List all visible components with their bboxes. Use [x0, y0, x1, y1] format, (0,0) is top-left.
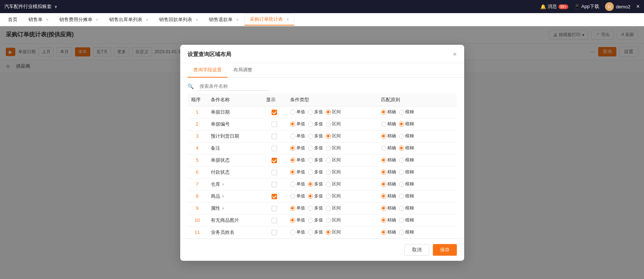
type-radio-item[interactable]: 区间	[326, 205, 341, 211]
show-checkbox[interactable]	[272, 134, 277, 139]
type-radio-item[interactable]: 区间	[326, 169, 341, 175]
match-radio-item[interactable]: 精确	[381, 205, 396, 211]
type-radio-item[interactable]: 单值	[290, 157, 305, 163]
name-with-dropdown[interactable]: 商品∨	[211, 193, 259, 200]
type-radio-item[interactable]: 多值	[308, 181, 323, 187]
tab-purchase-stats[interactable]: 采购订单统计表 ×	[244, 13, 294, 25]
match-radio-item[interactable]: 模糊	[399, 145, 414, 151]
show-checkbox[interactable]	[272, 122, 277, 127]
match-radio-item[interactable]: 模糊	[399, 181, 414, 187]
cancel-button[interactable]: 取消	[404, 244, 429, 256]
type-radio-item[interactable]: 区间	[326, 145, 341, 151]
type-radio-item[interactable]: 区间	[326, 109, 341, 115]
tab-sales-receipt-close[interactable]: ×	[196, 17, 198, 22]
match-radio-item[interactable]: 模糊	[399, 157, 414, 163]
match-radio-item[interactable]: 精确	[381, 169, 396, 175]
match-radio-item[interactable]: 精确	[381, 217, 396, 223]
match-radio-item[interactable]: 模糊	[399, 169, 414, 175]
type-radio-item[interactable]: 区间	[326, 121, 341, 127]
tab-purchase-stats-close[interactable]: ×	[287, 17, 289, 21]
type-radio-item[interactable]: 单值	[290, 121, 305, 127]
match-radio-item[interactable]: 精确	[381, 181, 396, 187]
cell-order: 6	[187, 166, 207, 178]
type-radio-item[interactable]: 区间	[326, 157, 341, 163]
show-checkbox[interactable]	[272, 158, 277, 163]
type-radio-item[interactable]: 单值	[290, 229, 305, 235]
radio-circle-icon	[308, 230, 313, 235]
type-radio-item[interactable]: 多值	[308, 109, 323, 115]
type-radio-item[interactable]: 多值	[308, 169, 323, 175]
match-radio-item[interactable]: 模糊	[399, 133, 414, 139]
type-radio-item[interactable]: 多值	[308, 133, 323, 139]
cell-show	[262, 226, 286, 238]
type-radio-item[interactable]: 区间	[326, 193, 341, 199]
match-radio-item[interactable]: 模糊	[399, 205, 414, 211]
name-with-dropdown[interactable]: 属性∨	[211, 205, 259, 212]
show-checkbox[interactable]	[272, 194, 277, 199]
type-radio-item[interactable]: 区间	[326, 229, 341, 235]
tab-sales-cost-close[interactable]: ×	[96, 17, 98, 22]
type-radio-item[interactable]: 多值	[308, 157, 323, 163]
type-radio-item[interactable]: 区间	[326, 133, 341, 139]
type-radio-item[interactable]: 单值	[290, 169, 305, 175]
save-button[interactable]: 保存	[433, 244, 457, 256]
match-radio-item[interactable]: 精确	[381, 229, 396, 235]
dialog-tab-layout[interactable]: 布局调整	[228, 63, 258, 78]
type-radio-item[interactable]: 单值	[290, 193, 305, 199]
match-radio-item[interactable]: 精确	[381, 145, 396, 151]
type-radio-item[interactable]: 单值	[290, 181, 305, 187]
type-radio-item[interactable]: 单值	[290, 109, 305, 115]
match-radio-item[interactable]: 模糊	[399, 217, 414, 223]
radio-label: 多值	[314, 169, 323, 175]
type-radio-item[interactable]: 多值	[308, 229, 323, 235]
tab-sales-order[interactable]: 销售单 ×	[23, 14, 54, 25]
dialog-close-button[interactable]: ×	[453, 51, 457, 58]
type-radio-item[interactable]: 多值	[308, 205, 323, 211]
match-radio-item[interactable]: 精确	[381, 157, 396, 163]
type-radio-item[interactable]: 单值	[290, 133, 305, 139]
match-radio-item[interactable]: 模糊	[399, 109, 414, 115]
show-checkbox[interactable]	[272, 146, 277, 151]
match-radio-item[interactable]: 精确	[381, 133, 396, 139]
match-radio-item[interactable]: 精确	[381, 193, 396, 199]
type-radio-item[interactable]: 多值	[308, 145, 323, 151]
name-with-dropdown[interactable]: 仓库∨	[211, 181, 259, 188]
tab-sales-outbound[interactable]: 销售出库单列表 ×	[104, 14, 153, 25]
match-radio-item[interactable]: 精确	[381, 109, 396, 115]
show-checkbox[interactable]	[272, 110, 277, 115]
match-radio-item[interactable]: 模糊	[399, 229, 414, 235]
radio-label: 模糊	[405, 193, 414, 199]
match-radio-item[interactable]: 模糊	[399, 193, 414, 199]
dialog-tab-query-fields[interactable]: 查询字段设置	[187, 63, 228, 78]
user-avatar[interactable]: U demo2	[605, 2, 631, 11]
notification-btn[interactable]: 🔔 消息 99+	[540, 3, 568, 10]
show-checkbox[interactable]	[272, 182, 277, 187]
dialog-search-input[interactable]	[197, 82, 269, 91]
top-close-btn[interactable]: ×	[636, 3, 640, 10]
type-radio-item[interactable]: 多值	[308, 217, 323, 223]
type-radio-item[interactable]: 区间	[326, 217, 341, 223]
tab-sales-receipt[interactable]: 销售回款单列表 ×	[154, 14, 203, 25]
tab-home[interactable]: 首页	[3, 14, 23, 25]
type-radio-item[interactable]: 单值	[290, 205, 305, 211]
show-checkbox[interactable]	[272, 206, 277, 211]
modal-overlay: 设置查询区域布局 × 查询字段设置 布局调整 🔍	[0, 26, 644, 279]
tab-sales-outbound-close[interactable]: ×	[146, 17, 148, 22]
type-radio-item[interactable]: 多值	[308, 121, 323, 127]
tab-sales-refund[interactable]: 销售退款单 ×	[204, 14, 244, 25]
radio-circle-icon	[326, 134, 331, 139]
show-checkbox[interactable]	[272, 218, 277, 223]
match-radio-item[interactable]: 精确	[381, 121, 396, 127]
order-number: 1	[196, 109, 198, 115]
show-checkbox[interactable]	[272, 170, 277, 175]
tab-sales-order-close[interactable]: ×	[46, 17, 48, 22]
tab-sales-refund-close[interactable]: ×	[236, 17, 238, 22]
show-checkbox[interactable]	[272, 230, 277, 235]
type-radio-item[interactable]: 区间	[326, 181, 341, 187]
type-radio-item[interactable]: 单值	[290, 145, 305, 151]
match-radio-item[interactable]: 模糊	[399, 121, 414, 127]
tab-sales-cost[interactable]: 销售费用分摊单 ×	[54, 14, 103, 25]
app-download-btn[interactable]: 📱 App下载	[574, 3, 599, 10]
type-radio-item[interactable]: 单值	[290, 217, 305, 223]
type-radio-item[interactable]: 多值	[308, 193, 323, 199]
